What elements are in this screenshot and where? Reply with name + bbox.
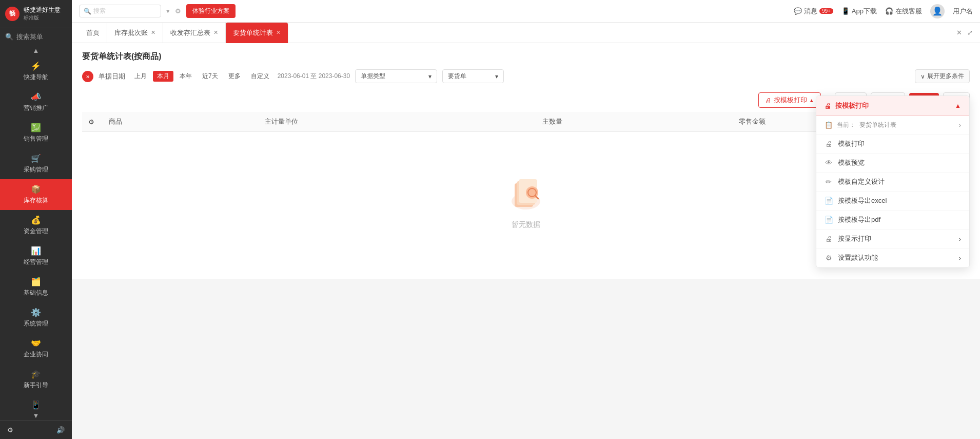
tab-home[interactable]: 首页: [79, 23, 107, 43]
th-unit: 主计量单位: [259, 112, 536, 132]
current-template-icon: 📋: [825, 121, 833, 129]
service-icon: 🎧: [885, 7, 893, 15]
sidebar-item-basics[interactable]: 🗂️ 基础信息: [0, 272, 72, 302]
template-preview-icon: 👁: [825, 159, 833, 167]
industry-btn[interactable]: 体验行业方案: [186, 4, 236, 18]
maximize-window-icon[interactable]: ⤢: [967, 29, 973, 36]
dropdown-item-template-print[interactable]: 🖨 模板打印: [816, 135, 969, 154]
date-current-month[interactable]: 本月: [153, 71, 173, 82]
filter-bar: » 单据日期 上月 本月 本年 近7天 更多 自定义 2023-06-01 至 …: [82, 69, 970, 83]
inventory-icon: 📦: [31, 184, 41, 194]
date-current-year[interactable]: 本年: [175, 71, 196, 82]
settings-icon[interactable]: ⚙: [7, 426, 13, 434]
search-icon: 🔍: [5, 33, 13, 41]
topbar-dropdown-icon[interactable]: ▾: [166, 7, 170, 15]
app-download-btn[interactable]: 📱 App下载: [841, 7, 877, 16]
dropdown-chevron-up-icon: ▲: [955, 102, 961, 109]
date-last7[interactable]: 近7天: [198, 71, 222, 82]
date-more[interactable]: 更多: [224, 71, 245, 82]
volume-icon[interactable]: 🔊: [56, 426, 65, 434]
topbar-search[interactable]: 🔍 搜索: [79, 5, 161, 17]
avatar[interactable]: 👤: [930, 4, 945, 18]
sidebar-item-system[interactable]: ⚙️ 系统管理: [0, 302, 72, 333]
tab-close-inventory-batch[interactable]: ✕: [151, 29, 155, 36]
download-icon: 📱: [841, 7, 850, 15]
template-print-btn[interactable]: 🖨 按模板打印 ▲: [758, 92, 821, 108]
avatar-icon: 👤: [932, 6, 943, 16]
sidebar-item-inventory[interactable]: 📦 库存核算: [0, 179, 72, 210]
finance-icon: 💰: [31, 215, 41, 225]
date-custom[interactable]: 自定义: [247, 71, 273, 82]
gear-icon[interactable]: ⚙: [88, 118, 94, 126]
sidebar-search[interactable]: 🔍 搜索菜单: [0, 28, 72, 46]
current-template-row[interactable]: 📋 当前： 要货单统计表 ›: [816, 116, 969, 135]
sidebar-item-operations[interactable]: 📊 经营管理: [0, 241, 72, 272]
display-print-arrow-icon: ›: [959, 235, 961, 243]
template-print-item-icon: 🖨: [825, 140, 833, 148]
topbar-gear-icon[interactable]: ⚙: [175, 7, 181, 15]
dropdown-item-template-preview[interactable]: 👁 模板预览: [816, 154, 969, 173]
sidebar-item-sales[interactable]: 💹 销售管理: [0, 118, 72, 148]
dropdown-section-default-func[interactable]: ⚙ 设置默认功能 ›: [816, 249, 969, 268]
sidebar-item-marketing[interactable]: 📣 营销推广: [0, 87, 72, 118]
topbar-search-icon: 🔍: [84, 8, 91, 15]
expand-conditions-label: 展开更多条件: [927, 72, 964, 81]
export-pdf-label: 按模板导出pdf: [838, 215, 880, 224]
page-title: 要货单统计表(按商品): [82, 51, 970, 62]
sidebar-item-guide[interactable]: 🎓 新手引导: [0, 364, 72, 395]
scroll-up-button[interactable]: ▲: [0, 46, 72, 56]
dropdown-header[interactable]: 🖨 按模板打印 ▲: [816, 96, 969, 116]
dropdown-print-icon: 🖨: [825, 102, 831, 110]
date-tabs: 上月 本月 本年 近7天 更多 自定义 2023-06-01 至 2023-06…: [130, 71, 350, 82]
date-prev-month[interactable]: 上月: [130, 71, 151, 82]
tab-home-label: 首页: [86, 28, 100, 37]
sidebar-footer: ⚙ 🔊: [0, 421, 72, 439]
tab-receipt-summary[interactable]: 收发存汇总表 ✕: [163, 23, 226, 43]
template-design-icon: ✏: [825, 178, 833, 186]
default-func-arrow-icon: ›: [959, 254, 961, 262]
dropdown-item-export-excel[interactable]: 📄 按模板导出excel: [816, 192, 969, 211]
dropdown-section-display-print[interactable]: 🖨 按显示打印 ›: [816, 230, 969, 249]
topbar: 🔍 搜索 ▾ ⚙ 体验行业方案 💬 消息 99+ 📱 App下载 🎧 在线客服 …: [72, 0, 980, 23]
expand-conditions-btn[interactable]: ∨ 展开更多条件: [915, 69, 970, 83]
empty-text: 暂无数据: [512, 220, 540, 230]
sidebar-item-label: 资金管理: [24, 227, 48, 236]
filter-expand-btn[interactable]: »: [82, 71, 93, 82]
sidebar-item-purchase[interactable]: 🛒 采购管理: [0, 148, 72, 179]
empty-icon: [505, 173, 546, 214]
th-product: 商品: [103, 112, 259, 132]
tab-order-stats[interactable]: 要货单统计表 ✕: [226, 23, 288, 43]
online-service-btn[interactable]: 🎧 在线客服: [885, 7, 922, 16]
dropdown-arrow-icon: ▾: [428, 73, 432, 80]
sidebar-item-label: 库存核算: [24, 196, 48, 205]
close-window-icon[interactable]: ✕: [956, 29, 962, 36]
sidebar-item-apps[interactable]: 📱 应用中心: [0, 395, 72, 410]
sidebar-item-label: 快捷导航: [24, 73, 48, 82]
tab-inventory-batch[interactable]: 库存批次账 ✕: [107, 23, 163, 43]
operations-icon: 📊: [31, 246, 41, 256]
sidebar-item-enterprise[interactable]: 🤝 企业协同: [0, 333, 72, 364]
export-excel-label: 按模板导出excel: [838, 196, 887, 205]
filter-right: ∨ 展开更多条件: [915, 69, 970, 83]
sidebar-item-quick-nav[interactable]: ⚡ 快捷导航: [0, 56, 72, 87]
logo-badge: 标准版: [24, 14, 61, 22]
expand-icon: »: [86, 73, 90, 80]
template-preview-label: 模板预览: [838, 158, 865, 167]
order-type-label: 单据类型: [361, 72, 385, 81]
enterprise-icon: 🤝: [31, 338, 41, 348]
tab-close-receipt-summary[interactable]: ✕: [213, 29, 218, 36]
th-gear[interactable]: ⚙: [82, 112, 103, 132]
scroll-down-button[interactable]: ▼: [0, 410, 72, 421]
dropdown-item-template-design[interactable]: ✏ 模板自定义设计: [816, 173, 969, 192]
order-type-dropdown[interactable]: 单据类型 ▾: [355, 69, 437, 83]
message-btn[interactable]: 💬 消息 99+: [794, 7, 833, 16]
sidebar-item-finance[interactable]: 💰 资金管理: [0, 210, 72, 241]
marketing-icon: 📣: [31, 92, 41, 102]
yaohuodanyueji-dropdown[interactable]: 要货单 ▾: [442, 69, 504, 83]
sidebar-item-label: 企业协同: [24, 350, 48, 359]
sidebar: 畅 畅捷通好生意 标准版 🔍 搜索菜单 ▲ ⚡ 快捷导航 📣 营销推广 💹 销售…: [0, 0, 72, 439]
logo-text: 畅捷通好生意: [24, 6, 61, 14]
tab-close-order-stats[interactable]: ✕: [276, 29, 281, 36]
export-pdf-icon: 📄: [825, 216, 833, 224]
dropdown-item-export-pdf[interactable]: 📄 按模板导出pdf: [816, 211, 969, 230]
